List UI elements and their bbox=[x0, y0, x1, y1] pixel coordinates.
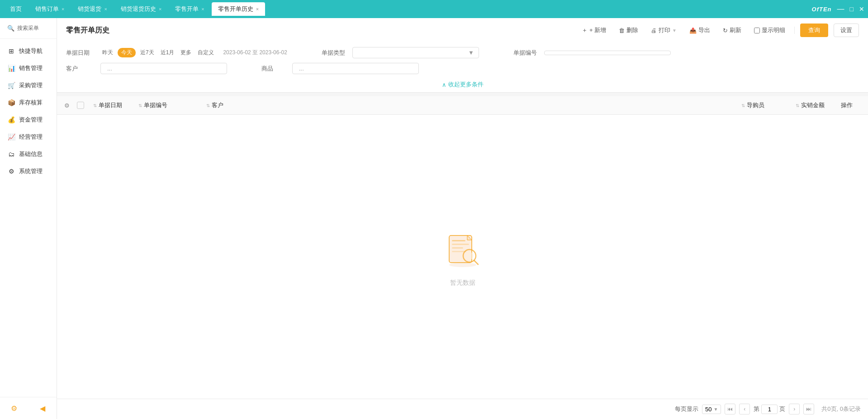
sidebar-label-system: 系统管理 bbox=[19, 167, 43, 175]
tab-close-retail-open[interactable]: × bbox=[201, 6, 204, 12]
first-page-button[interactable]: ⏮ bbox=[725, 404, 735, 414]
goods-dots: ... bbox=[299, 65, 304, 72]
page-word: 第 bbox=[754, 405, 759, 413]
prev-page-button[interactable]: ‹ bbox=[739, 404, 750, 414]
col-sort-icon-5: ⇅ bbox=[796, 103, 799, 108]
date-opt-7days[interactable]: 近7天 bbox=[138, 48, 156, 57]
sidebar-item-quick-nav[interactable]: ⊞ 快捷导航 bbox=[0, 42, 57, 60]
tab-sales-order[interactable]: 销售订单× bbox=[29, 2, 71, 16]
sidebar-search-section: 🔍 搜索采单 bbox=[0, 18, 57, 39]
sidebar-item-inventory[interactable]: 📦 库存核算 bbox=[0, 94, 57, 111]
query-button[interactable]: 查询 bbox=[800, 24, 828, 37]
sidebar: 🔍 搜索采单 ⊞ 快捷导航 📊 销售管理 🛒 采购管理 📦 库存核算 💰 资金管… bbox=[0, 18, 57, 419]
svg-rect-4 bbox=[452, 247, 463, 249]
col-header-op: 操作 bbox=[837, 101, 864, 109]
sidebar-label-quick-nav: 快捷导航 bbox=[19, 47, 43, 55]
date-opt-today[interactable]: 今天 bbox=[118, 48, 136, 57]
display-detail-checkbox[interactable]: 显示明细 bbox=[750, 24, 789, 36]
sidebar-item-system[interactable]: ⚙ 系统管理 bbox=[0, 163, 57, 180]
maximize-button[interactable]: □ bbox=[850, 5, 854, 13]
print-dropdown-icon: ▼ bbox=[672, 28, 677, 33]
col-header-date[interactable]: ⇅ 单据日期 bbox=[90, 101, 135, 109]
collapse-bar[interactable]: ∧ 收起更多条件 bbox=[66, 79, 859, 92]
sidebar-item-finance[interactable]: 💰 资金管理 bbox=[0, 111, 57, 128]
col-date-label: 单据日期 bbox=[99, 101, 122, 109]
col-op-label: 操作 bbox=[841, 101, 853, 109]
tab-home[interactable]: 首页 bbox=[4, 2, 28, 16]
tab-sales-return-history[interactable]: 销货退货历史× bbox=[114, 2, 168, 16]
date-opt-custom[interactable]: 自定义 bbox=[196, 48, 216, 57]
sidebar-item-basic[interactable]: 🗂 基础信息 bbox=[0, 146, 57, 163]
tab-close-sales-return-history[interactable]: × bbox=[159, 6, 161, 12]
tab-sales-return[interactable]: 销货退货× bbox=[71, 2, 113, 16]
svg-point-0 bbox=[449, 263, 476, 267]
add-button[interactable]: ＋ + 新增 bbox=[578, 24, 610, 36]
col-header-guide[interactable]: ⇅ 导购员 bbox=[738, 101, 792, 109]
system-icon: ⚙ bbox=[7, 168, 15, 175]
pagination: 每页显示 50 ▼ ⏮ ‹ 第 页 › ⏭ 共0页, 0条记录 bbox=[57, 399, 868, 419]
col-header-amount[interactable]: ⇅ 实销金额 bbox=[792, 101, 837, 109]
window-controls: OfTEn — □ ✕ bbox=[812, 5, 864, 13]
settings-gear-button[interactable]: ⚙ bbox=[7, 401, 21, 415]
goods-input[interactable]: ... bbox=[292, 63, 419, 74]
tab-label: 销货退货 bbox=[78, 5, 101, 13]
refresh-button[interactable]: ↻ 刷新 bbox=[719, 24, 745, 36]
quick-nav-icon: ⊞ bbox=[7, 47, 15, 55]
next-page-button[interactable]: › bbox=[789, 404, 800, 414]
last-page-button[interactable]: ⏭ bbox=[803, 404, 814, 414]
empty-text: 暂无数据 bbox=[450, 279, 475, 287]
col-sort-icon-3: ⇅ bbox=[206, 103, 210, 108]
tab-retail-open[interactable]: 零售开单× bbox=[169, 2, 210, 16]
col-sort-icon-2: ⇅ bbox=[138, 103, 142, 108]
minimize-button[interactable]: — bbox=[837, 5, 844, 13]
date-opt-1month[interactable]: 近1月 bbox=[159, 48, 176, 57]
table-settings-button[interactable]: ⚙ bbox=[61, 99, 73, 112]
print-icon: 🖨 bbox=[651, 27, 657, 34]
date-opt-yesterday[interactable]: 昨天 bbox=[100, 48, 115, 57]
tab-close-sales-return[interactable]: × bbox=[104, 6, 107, 12]
col-number-label: 单据编号 bbox=[144, 101, 167, 109]
table-area: ⚙ ⇅ 单据日期 ⇅ 单据编号 ⇅ 客户 ⇅ 导购员 bbox=[57, 96, 868, 419]
delete-button[interactable]: 🗑 删除 bbox=[615, 24, 642, 36]
date-opt-more[interactable]: 更多 bbox=[179, 48, 193, 57]
sidebar-bottom: ⚙ ◀ bbox=[0, 397, 57, 419]
export-button[interactable]: 📤 导出 bbox=[686, 24, 714, 36]
search-box[interactable]: 🔍 搜索采单 bbox=[4, 23, 53, 34]
settings-button[interactable]: 设置 bbox=[834, 24, 859, 37]
page-size-select[interactable]: 50 ▼ bbox=[702, 405, 721, 414]
svg-point-7 bbox=[465, 252, 474, 260]
export-icon: 📤 bbox=[689, 27, 697, 34]
page-size-arrow: ▼ bbox=[713, 407, 718, 412]
page-total: 共0页, 0条记录 bbox=[821, 405, 861, 413]
sidebar-item-operations[interactable]: 📈 经营管理 bbox=[0, 128, 57, 146]
sidebar-item-sales[interactable]: 📊 销售管理 bbox=[0, 60, 57, 77]
tab-close-retail-open-history[interactable]: × bbox=[256, 6, 259, 12]
type-select[interactable]: ▼ bbox=[352, 47, 479, 58]
select-all-checkbox[interactable] bbox=[77, 102, 84, 109]
basic-icon: 🗂 bbox=[7, 151, 15, 158]
collapse-text: 收起更多条件 bbox=[448, 80, 484, 89]
display-detail-check[interactable] bbox=[754, 28, 760, 33]
sidebar-label-finance: 资金管理 bbox=[19, 116, 43, 124]
tab-label: 销货退货历史 bbox=[121, 5, 156, 13]
page-number-input[interactable] bbox=[761, 405, 778, 414]
sidebar-collapse-button[interactable]: ◀ bbox=[35, 401, 50, 415]
close-button[interactable]: ✕ bbox=[859, 5, 864, 13]
page-size-label: 每页显示 bbox=[675, 405, 698, 413]
sidebar-item-purchase[interactable]: 🛒 采购管理 bbox=[0, 77, 57, 94]
tab-close-sales-order[interactable]: × bbox=[62, 6, 64, 12]
tab-retail-open-history[interactable]: 零售开单历史× bbox=[212, 2, 265, 16]
filter-area: 单据日期 昨天 今天 近7天 近1月 更多 自定义 2023-06-02 至 2… bbox=[66, 42, 859, 92]
print-button[interactable]: 🖨 打印 ▼ bbox=[647, 24, 680, 36]
number-input[interactable] bbox=[544, 51, 671, 55]
svg-rect-3 bbox=[452, 244, 469, 245]
page-header: 零售开单历史 ＋ + 新增 🗑 删除 🖨 打印 ▼ bbox=[57, 18, 868, 93]
sidebar-label-inventory: 库存核算 bbox=[19, 99, 43, 107]
col-header-number[interactable]: ⇅ 单据编号 bbox=[135, 101, 203, 109]
brand-label: OfTEn bbox=[812, 6, 832, 13]
tab-label: 零售开单 bbox=[175, 5, 199, 13]
col-header-client[interactable]: ⇅ 客户 bbox=[203, 101, 738, 109]
sidebar-label-basic: 基础信息 bbox=[19, 150, 43, 158]
purchase-icon: 🛒 bbox=[7, 82, 15, 89]
customer-input[interactable]: ... bbox=[100, 63, 227, 74]
